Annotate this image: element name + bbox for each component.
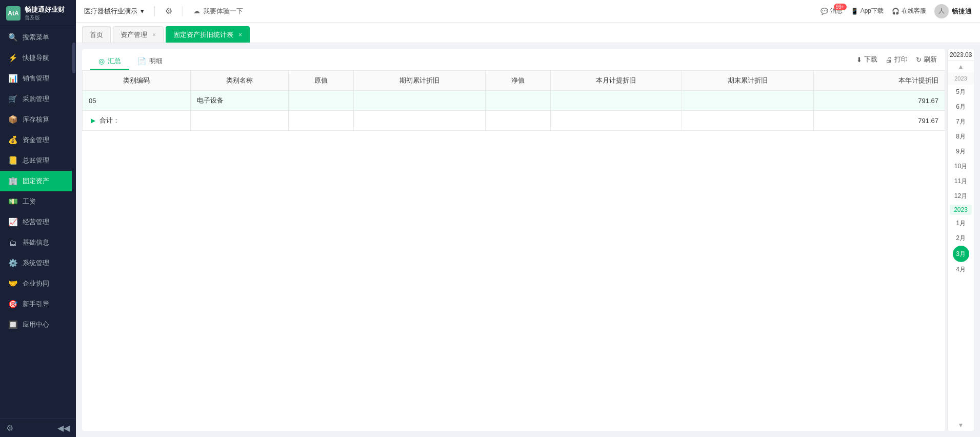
tab-home[interactable]: 首页 — [82, 26, 111, 43]
sidebar-item-basic[interactable]: 🗂基础信息 — [0, 232, 72, 253]
sidebar-scrollbar[interactable] — [72, 27, 76, 419]
sidebar-item-ledger[interactable]: 📒总账管理 — [0, 150, 72, 171]
finance-icon: 💰 — [8, 135, 17, 145]
date-panel-header: 2023.03 ⤢ × — [948, 49, 974, 61]
purchase-icon: 🛒 — [8, 94, 17, 104]
sidebar-item-label-sales: 销售管理 — [23, 74, 49, 83]
sidebar-item-label-inventory: 库存核算 — [23, 115, 49, 124]
appcenter-icon: 🔲 — [8, 320, 17, 329]
sidebar-item-guide[interactable]: 🎯新手引导 — [0, 294, 72, 314]
main-panel: ◎ 汇总 📄 明细 ⬇ 下载 🖨 打印 — [82, 49, 945, 431]
sidebar-item-sales[interactable]: 📊销售管理 — [0, 68, 72, 89]
refresh-btn[interactable]: ↻ 刷新 — [916, 55, 937, 64]
subtab-detail-label: 明细 — [149, 56, 163, 66]
message-icon: 💬 — [821, 8, 828, 15]
date-6[interactable]: 6月 — [948, 100, 974, 114]
date-nav-down[interactable]: ▼ — [948, 420, 974, 431]
total-period-end — [682, 111, 813, 131]
sidebar-item-finance[interactable]: 💰资金管理 — [0, 130, 72, 150]
cell-monthly-dep — [550, 91, 682, 111]
operation-icon: 📈 — [8, 217, 17, 227]
table-wrap: 类别编码 类别名称 原值 期初累计折旧 净值 本月计提折旧 期末累计折旧 本年计… — [82, 70, 945, 431]
date-nav-up[interactable]: ▲ — [948, 61, 974, 72]
sidebar-item-salary[interactable]: 💵工资 — [0, 191, 72, 212]
tab-depreciation[interactable]: 固定资产折旧统计表 × — [166, 26, 250, 43]
sidebar-item-appcenter[interactable]: 🔲应用中心 — [0, 314, 72, 335]
sidebar-item-fixedasset[interactable]: 🏢固定资产 — [0, 171, 72, 191]
app-icon: 📱 — [851, 8, 858, 15]
app-download-btn[interactable]: 📱 App下载 — [851, 7, 884, 15]
sidebar-item-purchase[interactable]: 🛒采购管理 — [0, 89, 72, 109]
subtab-detail[interactable]: 📄 明细 — [129, 53, 171, 70]
date-12[interactable]: 12月 — [948, 189, 974, 204]
col-year-depreciation: 本年计提折旧 — [813, 71, 945, 91]
tabs-bar: 首页 资产管理 × 固定资产折旧统计表 × — [76, 23, 980, 43]
date-7[interactable]: 7月 — [948, 114, 974, 129]
date-5[interactable]: 5月 — [948, 85, 974, 100]
topbar-settings-icon[interactable]: ⚙ — [165, 6, 172, 16]
date-2[interactable]: 2月 — [948, 231, 974, 246]
print-btn[interactable]: 🖨 打印 — [886, 55, 908, 64]
date-1[interactable]: 1月 — [948, 216, 974, 231]
sidebar-footer: ⚙ ◀◀ — [0, 419, 76, 437]
date-9[interactable]: 9月 — [948, 144, 974, 159]
sidebar-item-system[interactable]: ⚙️系统管理 — [0, 253, 72, 273]
sidebar-item-label-collab: 企业协同 — [23, 279, 49, 288]
guide-icon: 🎯 — [8, 300, 17, 309]
toolbar: ⬇ 下载 🖨 打印 ↻ 刷新 — [856, 55, 937, 68]
sidebar-item-operation[interactable]: 📈经营管理 — [0, 212, 72, 232]
table-header: 类别编码 类别名称 原值 期初累计折旧 净值 本月计提折旧 期末累计折旧 本年计… — [83, 71, 945, 91]
col-category-name: 类别名称 — [190, 71, 289, 91]
date-close-icon[interactable]: × — [968, 51, 972, 58]
sidebar-item-quicknav[interactable]: ⚡快捷导航 — [0, 48, 72, 68]
cell-original-value — [289, 91, 354, 111]
ledger-icon: 📒 — [8, 156, 17, 165]
date-10[interactable]: 10月 — [948, 159, 974, 174]
collapse-icon[interactable]: ◀◀ — [57, 423, 70, 433]
message-btn[interactable]: 💬 消息 99+ — [821, 7, 843, 15]
sidebar-item-inventory[interactable]: 📦库存核算 — [0, 109, 72, 130]
sidebar-logo: AtA — [6, 6, 21, 21]
tab-home-label: 首页 — [90, 30, 103, 39]
online-service-btn[interactable]: 🎧 在线客服 — [892, 7, 926, 15]
col-category-code: 类别编码 — [83, 71, 191, 91]
sidebar-nav: 🔍搜索菜单⚡快捷导航📊销售管理🛒采购管理📦库存核算💰资金管理📒总账管理🏢固定资产… — [0, 27, 72, 419]
date-11[interactable]: 11月 — [948, 174, 974, 189]
date-expand-icon[interactable]: ⤢ — [959, 51, 965, 58]
tab-depreciation-label: 固定资产折旧统计表 — [173, 30, 233, 39]
search-icon: 🔍 — [8, 33, 17, 42]
main-area: 医疗器械行业演示 ▾ ⚙ ☁ 我要体验一下 💬 消息 99+ 📱 App下载 🎧… — [76, 0, 980, 437]
tab-depreciation-close[interactable]: × — [238, 31, 242, 38]
date-3-selected[interactable]: 3月 — [953, 246, 969, 262]
avatar: 人 — [934, 4, 949, 18]
experience-btn[interactable]: ☁ 我要体验一下 — [193, 7, 243, 16]
cell-period-end — [682, 91, 813, 111]
tab-asset-mgmt[interactable]: 资产管理 × — [113, 26, 164, 43]
refresh-label: 刷新 — [924, 55, 937, 64]
topbar-divider2 — [183, 6, 183, 16]
sidebar-item-label-basic: 基础信息 — [23, 238, 49, 247]
sidebar-item-label-quicknav: 快捷导航 — [23, 53, 49, 63]
col-net-value: 净值 — [485, 71, 550, 91]
inventory-icon: 📦 — [8, 115, 17, 124]
total-name-cell — [190, 111, 289, 131]
settings-icon[interactable]: ⚙ — [6, 423, 13, 433]
sidebar-scrollbar-thumb — [72, 43, 75, 73]
user-menu[interactable]: 人 畅捷通 — [934, 4, 972, 18]
date-4[interactable]: 4月 — [948, 262, 974, 277]
sidebar-item-label-search: 搜索菜单 — [23, 33, 49, 42]
download-btn[interactable]: ⬇ 下载 — [856, 55, 877, 64]
tab-asset-mgmt-close[interactable]: × — [152, 31, 156, 38]
subtab-summary[interactable]: ◎ 汇总 — [90, 53, 129, 70]
sidebar-item-label-guide: 新手引导 — [23, 300, 49, 309]
service-icon: 🎧 — [892, 8, 899, 15]
table-header-row: 类别编码 类别名称 原值 期初累计折旧 净值 本月计提折旧 期末累计折旧 本年计… — [83, 71, 945, 91]
experience-label: 我要体验一下 — [203, 7, 243, 16]
table-body: 05 电子设备 791.67 ▶ 合计： — [83, 91, 945, 131]
sidebar-item-collab[interactable]: 🤝企业协同 — [0, 273, 72, 294]
cloud-icon: ☁ — [193, 7, 200, 15]
company-selector[interactable]: 医疗器械行业演示 ▾ — [84, 7, 144, 16]
date-8[interactable]: 8月 — [948, 129, 974, 144]
sidebar-item-search[interactable]: 🔍搜索菜单 — [0, 27, 72, 48]
refresh-icon: ↻ — [916, 56, 922, 64]
